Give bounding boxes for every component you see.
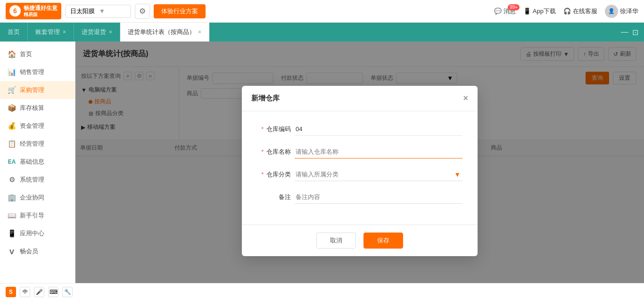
sidebar-item-home-label: 首页 (20, 50, 32, 58)
category-select-wrapper: ▼ (295, 168, 462, 181)
sidebar-item-purchase[interactable]: 🛒 采购管理 (0, 81, 75, 99)
sales-icon: 📊 (8, 68, 16, 76)
save-button[interactable]: 保存 (363, 233, 403, 249)
code-label-text: 仓库编码 (266, 125, 291, 133)
tab-purchase-return-label: 进货退货 (82, 28, 106, 36)
tab-purchase-stats[interactable]: 进货单统计表（按商品） × (120, 23, 209, 42)
user-profile-button[interactable]: 👤 徐泽华 (605, 5, 638, 18)
bottom-bar: S 中 🎤 ⌨ 🔧 (0, 283, 644, 300)
form-row-code: * 仓库编码 (257, 123, 462, 136)
logo-letter: 6 (13, 7, 17, 15)
modal-body: * 仓库编码 * 仓库名称 (242, 111, 478, 225)
finance-icon: 💰 (8, 122, 16, 130)
tab-account[interactable]: 账套管理 × (28, 23, 74, 42)
sidebar-item-operations[interactable]: 📋 经营管理 (0, 135, 75, 153)
modal-header: 新增仓库 × (242, 86, 478, 111)
keyboard-icon: ⌨ (50, 289, 58, 295)
bottom-icon-zh[interactable]: 中 (20, 287, 30, 297)
bottom-icon-s[interactable]: S (6, 287, 16, 297)
bottom-icon-mic[interactable]: 🎤 (34, 287, 44, 297)
warehouse-code-input[interactable] (295, 123, 462, 136)
sidebar-item-sales[interactable]: 📊 销售管理 (0, 63, 75, 81)
sidebar-item-app-center-label: 应用中心 (20, 229, 44, 238)
tab-home[interactable]: 首页 (0, 23, 28, 42)
warehouse-note-input[interactable] (295, 191, 462, 204)
sidebar-item-system[interactable]: ⚙ 系统管理 (0, 171, 75, 189)
sidebar-item-system-label: 系统管理 (20, 175, 44, 184)
bottom-icon-keyboard[interactable]: ⌨ (48, 287, 58, 297)
s-icon: S (9, 289, 13, 295)
sidebar-item-finance-label: 资金管理 (20, 122, 44, 130)
code-label: * 仓库编码 (257, 125, 295, 133)
name-required-star: * (261, 148, 264, 155)
app-download-button[interactable]: 📱 App下载 (523, 7, 556, 16)
sidebar: 🏠 首页 📊 销售管理 🛒 采购管理 📦 库存核算 💰 资金管理 📋 经营管理 … (0, 42, 75, 300)
headset-icon: 🎧 (563, 8, 571, 15)
home-icon: 🏠 (8, 50, 16, 58)
logo-sub-text: 精易版 (24, 12, 58, 17)
sidebar-item-inventory[interactable]: 📦 库存核算 (0, 99, 75, 117)
tab-account-label: 账套管理 (35, 28, 60, 36)
modal-overlay: 新增仓库 × * 仓库编码 (75, 42, 644, 300)
system-icon: ⚙ (8, 175, 16, 184)
sidebar-item-inventory-label: 库存核算 (20, 104, 44, 112)
gear-icon: ⚙ (139, 7, 146, 16)
sidebar-item-basic-info-label: 基础信息 (20, 158, 44, 166)
store-name: 日太阳膜 (70, 7, 97, 16)
sidebar-item-guide[interactable]: 📖 新手引导 (0, 207, 75, 225)
warehouse-category-input[interactable] (295, 168, 462, 181)
tab-purchase-return-close[interactable]: × (109, 29, 112, 35)
bottom-icon-tool[interactable]: 🔧 (62, 287, 73, 297)
online-service-button[interactable]: 🎧 在线客服 (563, 7, 597, 16)
tab-account-close[interactable]: × (63, 29, 66, 35)
content-area: 进货单统计(按商品) 🖨 按模板打印 ▼ ↑ 导出 ↺ 刷新 (75, 42, 644, 300)
settings-gear-button[interactable]: ⚙ (135, 4, 150, 19)
tab-purchase-return[interactable]: 进货退货 × (74, 23, 120, 42)
basic-info-icon: EA (8, 158, 16, 166)
sidebar-item-operations-label: 经营管理 (20, 140, 44, 148)
new-warehouse-modal: 新增仓库 × * 仓库编码 (242, 86, 478, 256)
purchase-icon: 🛒 (8, 86, 16, 94)
sidebar-item-home[interactable]: 🏠 首页 (0, 45, 75, 63)
sidebar-item-purchase-label: 采购管理 (20, 86, 44, 94)
category-label: * 仓库分类 (257, 170, 295, 179)
sidebar-item-sales-label: 销售管理 (20, 68, 44, 76)
sidebar-item-enterprise[interactable]: 🏢 企业协同 (0, 189, 75, 207)
store-selector[interactable]: 日太阳膜 ▼ (65, 5, 131, 18)
main-layout: 🏠 首页 📊 销售管理 🛒 采购管理 📦 库存核算 💰 资金管理 📋 经营管理 … (0, 42, 644, 300)
name-label-text: 仓库名称 (266, 148, 291, 155)
inventory-icon: 📦 (8, 104, 16, 112)
sidebar-item-vip[interactable]: V 畅会员 (0, 242, 75, 260)
note-label-text: 备注 (279, 193, 291, 200)
warehouse-name-input[interactable] (295, 145, 462, 158)
modal-footer: 取消 保存 (242, 225, 478, 256)
user-name: 徐泽华 (620, 7, 638, 16)
online-service-label: 在线客服 (573, 7, 597, 16)
message-badge: 99+ (508, 4, 520, 10)
sidebar-item-vip-label: 畅会员 (20, 247, 38, 256)
tab-purchase-stats-close[interactable]: × (198, 29, 201, 35)
app-download-label: App下载 (533, 7, 556, 16)
zh-icon: 中 (23, 288, 28, 295)
form-row-note: 备注 (257, 191, 462, 204)
tool-icon: 🔧 (64, 289, 71, 295)
category-label-text: 仓库分类 (266, 171, 291, 178)
tab-home-label: 首页 (8, 28, 20, 36)
avatar: 👤 (605, 5, 618, 18)
minimize-button[interactable]: — (621, 28, 628, 36)
sidebar-item-finance[interactable]: 💰 资金管理 (0, 117, 75, 135)
modal-title: 新增仓库 (251, 94, 280, 103)
modal-close-button[interactable]: × (463, 93, 468, 103)
chevron-down-icon: ▼ (99, 8, 126, 15)
top-actions: 💬 消息 99+ 📱 App下载 🎧 在线客服 👤 徐泽华 (494, 5, 638, 18)
top-bar: 6 畅捷通好生意 精易版 日太阳膜 ▼ ⚙ 体验行业方案 💬 消息 99+ 📱 … (0, 0, 644, 23)
tab-bar: 首页 账套管理 × 进货退货 × 进货单统计表（按商品） × — ⊡ (0, 23, 644, 42)
trial-button[interactable]: 体验行业方案 (154, 4, 206, 18)
sidebar-item-basic-info[interactable]: EA 基础信息 (0, 153, 75, 171)
enterprise-icon: 🏢 (8, 193, 16, 202)
message-button[interactable]: 💬 消息 99+ (494, 7, 516, 16)
cancel-button[interactable]: 取消 (316, 233, 356, 249)
guide-icon: 📖 (8, 211, 16, 220)
sidebar-item-app-center[interactable]: 📱 应用中心 (0, 225, 75, 242)
maximize-button[interactable]: ⊡ (632, 28, 638, 37)
